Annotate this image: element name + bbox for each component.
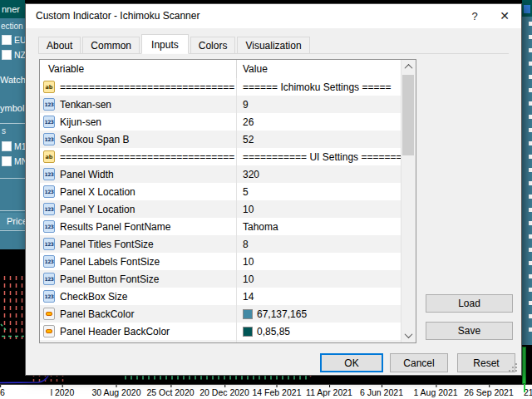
time-axis-label: 26 Sep 2021 bbox=[464, 387, 514, 397]
timeframe-checkbox-row[interactable]: M15 bbox=[2, 139, 25, 154]
scanner-panel-title: nner bbox=[0, 0, 25, 18]
close-icon[interactable]: ✕ bbox=[491, 4, 518, 28]
param-value: 26 bbox=[243, 116, 254, 128]
param-value: 10 bbox=[243, 273, 254, 285]
param-value-cell[interactable]: 67,137,165 bbox=[237, 305, 401, 323]
table-row[interactable]: Results Panel FontName Tahoma bbox=[40, 218, 401, 235]
param-value-cell[interactable]: 52 bbox=[237, 131, 401, 148]
reset-button[interactable]: Reset bbox=[457, 353, 515, 372]
scroll-up-icon[interactable] bbox=[401, 60, 415, 74]
table-row[interactable]: Panel Y Location 10 bbox=[40, 200, 401, 218]
time-axis[interactable]: l 2020 30 Aug 2020 25 Oct 2020 20 Dec 20… bbox=[0, 384, 532, 399]
table-row[interactable]: Senkou Span B 52 bbox=[40, 131, 401, 148]
checkbox[interactable] bbox=[2, 50, 12, 60]
param-value-cell[interactable]: White bbox=[237, 340, 401, 342]
time-axis-label: 1 Aug 2021 bbox=[413, 387, 457, 397]
table-row[interactable]: Panel Header FontColor White bbox=[40, 340, 401, 342]
timeframe-checkbox-row[interactable]: MN bbox=[2, 154, 25, 169]
price-button[interactable]: Price bbox=[0, 213, 25, 229]
currency-checkbox-row[interactable]: EUR bbox=[2, 32, 25, 47]
scrollbar-thumb[interactable] bbox=[402, 75, 414, 155]
table-row[interactable]: ============================== =========… bbox=[40, 148, 401, 165]
param-name: Panel Width bbox=[60, 169, 114, 180]
param-value-cell[interactable]: 10 bbox=[237, 253, 401, 270]
param-type-icon bbox=[43, 98, 55, 111]
time-axis-label: 25 Oct 2020 bbox=[146, 387, 194, 397]
resize-grip[interactable] bbox=[509, 363, 518, 372]
market-watch-label: Watch bbox=[0, 75, 25, 85]
param-value-cell[interactable]: Tahoma bbox=[237, 218, 401, 235]
timeframe-label: MN bbox=[14, 156, 25, 166]
param-value: ====== Ichimoku Settings ===== bbox=[243, 81, 391, 93]
indicator-dialog: Custom Indicator - Ichimoku Scanner ? ✕ … bbox=[25, 3, 522, 376]
table-row[interactable]: ============================== ====== Ic… bbox=[40, 78, 401, 96]
timeframe-label: M15 bbox=[14, 141, 25, 151]
param-value: 320 bbox=[243, 169, 259, 180]
save-button[interactable]: Save bbox=[426, 322, 513, 340]
column-header-value[interactable]: Value bbox=[237, 60, 401, 78]
param-name: Results Panel FontName bbox=[60, 221, 170, 233]
scroll-down-icon[interactable] bbox=[401, 328, 415, 342]
table-row[interactable]: Kijun-sen 26 bbox=[40, 113, 401, 131]
param-value-cell[interactable]: 320 bbox=[237, 165, 401, 183]
table-row[interactable]: Panel Labels FontSize 10 bbox=[40, 253, 401, 270]
param-type-icon bbox=[43, 185, 55, 198]
currency-checkbox-row[interactable]: NZD bbox=[2, 47, 25, 62]
green-candle bbox=[522, 347, 526, 384]
checkbox[interactable] bbox=[2, 141, 12, 151]
time-axis-label: 20 Dec 2020 bbox=[200, 387, 249, 397]
inputs-table: Variable Value =========================… bbox=[39, 59, 416, 343]
table-row[interactable]: Tenkan-sen 9 bbox=[40, 96, 401, 113]
param-value-cell[interactable]: 5 bbox=[237, 183, 401, 200]
param-name: Panel Y Location bbox=[60, 204, 135, 215]
param-name: Senkou Span B bbox=[60, 134, 129, 145]
tab[interactable]: Visualization bbox=[237, 37, 309, 53]
scanner-panel-right bbox=[522, 0, 532, 345]
tab[interactable]: Colors bbox=[190, 37, 236, 53]
time-axis-label: 11 Apr 2021 bbox=[306, 387, 352, 397]
table-row[interactable]: Panel BackColor 67,137,165 bbox=[40, 305, 401, 323]
table-row[interactable]: Panel Header BackColor 0,85,85 bbox=[40, 323, 401, 340]
panel-button-fragment bbox=[524, 5, 530, 13]
selection-label: ection bbox=[1, 22, 23, 31]
table-row[interactable]: CheckBox Size 14 bbox=[40, 288, 401, 305]
param-type-icon bbox=[43, 255, 55, 268]
column-header-variable[interactable]: Variable bbox=[40, 60, 237, 78]
param-value-cell[interactable]: 26 bbox=[237, 113, 401, 131]
table-row[interactable]: Panel Button FontSize 10 bbox=[40, 270, 401, 288]
param-value-cell[interactable]: 10 bbox=[237, 200, 401, 218]
param-value-cell[interactable]: 8 bbox=[237, 235, 401, 253]
param-value-cell[interactable]: 14 bbox=[237, 288, 401, 305]
param-name: ============================== bbox=[60, 81, 234, 93]
panel-right-header bbox=[522, 0, 532, 17]
checkbox[interactable] bbox=[2, 35, 12, 45]
param-value-cell[interactable]: 9 bbox=[237, 96, 401, 113]
param-value-cell[interactable]: 10 bbox=[237, 270, 401, 288]
table-row[interactable]: Panel X Location 5 bbox=[40, 183, 401, 200]
help-button[interactable]: ? bbox=[461, 4, 488, 28]
param-value-cell[interactable]: 0,85,85 bbox=[237, 323, 401, 340]
tab[interactable]: Common bbox=[82, 37, 140, 53]
param-value-cell[interactable]: =========== UI Settings =========== bbox=[237, 148, 401, 165]
table-row[interactable]: Panel Width 320 bbox=[40, 165, 401, 183]
terminal-screen: nner ection EUR NZD Watch ymbol s bbox=[0, 0, 532, 399]
table-header: Variable Value bbox=[40, 60, 401, 79]
cancel-button[interactable]: Cancel bbox=[390, 353, 448, 372]
param-type-icon bbox=[43, 325, 55, 337]
table-row[interactable]: Panel Titles FontSize 8 bbox=[40, 235, 401, 253]
checkbox[interactable] bbox=[2, 156, 12, 166]
param-value-cell[interactable]: ====== Ichimoku Settings ===== bbox=[237, 78, 401, 96]
table-scrollbar[interactable] bbox=[401, 60, 416, 342]
ok-button[interactable]: OK bbox=[320, 353, 383, 372]
divider bbox=[0, 123, 25, 124]
param-name: Tenkan-sen bbox=[60, 99, 111, 111]
param-name: Panel Titles FontSize bbox=[60, 239, 154, 250]
param-value: 9 bbox=[243, 99, 249, 111]
tab[interactable]: Inputs bbox=[141, 34, 189, 54]
dialog-titlebar[interactable]: Custom Indicator - Ichimoku Scanner ? ✕ bbox=[26, 4, 521, 28]
tab[interactable]: About bbox=[38, 37, 81, 53]
param-name: Panel X Location bbox=[60, 186, 135, 198]
load-button[interactable]: Load bbox=[426, 294, 513, 313]
color-swatch bbox=[243, 309, 253, 319]
param-type-icon bbox=[43, 290, 55, 303]
